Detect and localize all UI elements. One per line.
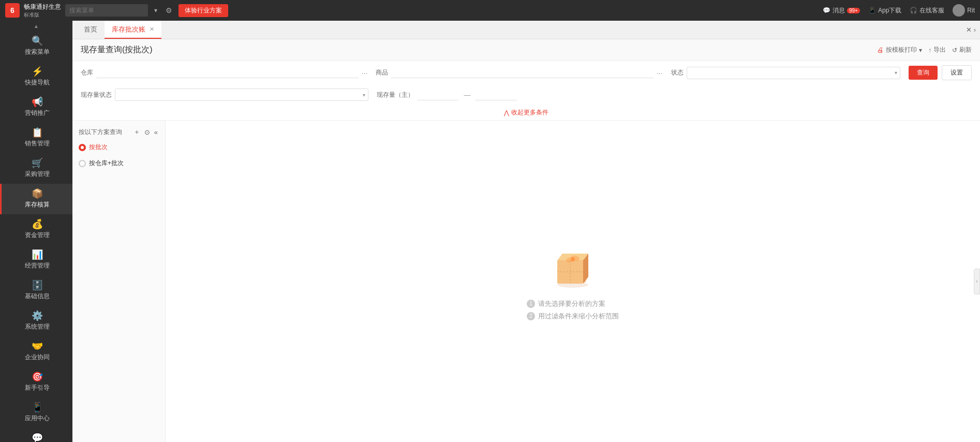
scheme-item-label: 按批次 [89, 143, 108, 152]
chevron-right-icon[interactable]: › [974, 26, 976, 34]
online-service-action[interactable]: 🎧 在线客服 [910, 6, 944, 15]
sidebar-item-newbie[interactable]: 🎯 新手引导 [0, 367, 72, 397]
scheme-item-batch[interactable]: 按批次 [72, 139, 165, 155]
top-header: 6 畅康通好生意 标准版 ▾ ⚙ 体验行业方案 💬 消息 99+ 📱 App下载… [0, 0, 980, 21]
phone-icon: 📱 [32, 403, 43, 412]
sidebar: ▲ 🔍 搜索菜单 ⚡ 快捷导航 📢 营销推广 📋 销售管理 🛒 采购管理 📦 库… [0, 21, 72, 442]
app-download-label: App下载 [878, 6, 901, 15]
sidebar-item-marketing[interactable]: 📢 营销推广 [0, 92, 72, 123]
sidebar-item-label: 经营管理 [25, 261, 50, 270]
sidebar-item-apps[interactable]: 📱 应用中心 [0, 397, 72, 428]
refresh-icon: ↺ [952, 47, 957, 54]
sidebar-item-quick-nav[interactable]: ⚡ 快捷导航 [0, 62, 72, 92]
sidebar-item-label: 营销推广 [25, 109, 50, 117]
scheme-collapse-btn[interactable]: « [153, 128, 159, 137]
collapse-label: 收起更多条件 [511, 108, 548, 117]
app-download-action[interactable]: 📱 App下载 [868, 6, 901, 15]
sidebar-item-label: 库存核算 [25, 200, 50, 209]
product-input[interactable] [391, 67, 654, 78]
brand-name: 畅康通好生意 [24, 3, 61, 11]
handshake-icon: 🤝 [32, 342, 43, 351]
headset-icon: 🎧 [910, 7, 917, 14]
sidebar-item-label: 企业协同 [25, 353, 50, 362]
query-btn[interactable]: 查询 [909, 66, 938, 80]
product-more-icon[interactable]: ··· [657, 69, 663, 77]
dropdown-btn[interactable]: ▾ [152, 6, 159, 15]
sidebar-item-label: 资金管理 [25, 231, 50, 240]
experience-btn[interactable]: 体验行业方案 [179, 4, 228, 17]
lightning-icon: ⚡ [32, 67, 43, 76]
refresh-label: 刷新 [959, 46, 972, 54]
target-icon: 🎯 [32, 372, 43, 381]
scheme-item-warehouse-batch[interactable]: 按仓库+批次 [72, 155, 165, 171]
warehouse-more-icon[interactable]: ··· [362, 69, 368, 77]
sidebar-scroll-up[interactable]: ▲ [0, 21, 72, 31]
export-icon: ↑ [928, 47, 931, 54]
refresh-btn[interactable]: ↺ 刷新 [952, 46, 972, 54]
tab-home[interactable]: 首页 [77, 21, 105, 39]
sidebar-item-label: 快捷导航 [25, 78, 50, 87]
inventory-status-label: 现存量状态 [81, 91, 112, 99]
sidebar-item-label: 应用中心 [25, 414, 50, 423]
scheme-radio-batch [79, 144, 86, 151]
export-btn[interactable]: ↑ 导出 [928, 46, 946, 54]
inventory-qty-min[interactable] [417, 90, 458, 100]
settings-icon: ⚙️ [32, 311, 43, 320]
mobile-icon: 📱 [868, 7, 876, 14]
chat-icon: 💬 [32, 433, 43, 442]
tab-home-label: 首页 [84, 25, 97, 34]
warehouse-input[interactable] [96, 67, 359, 78]
print-dropdown-icon[interactable]: ▾ [919, 47, 922, 54]
sidebar-item-collab[interactable]: 🤝 企业协同 [0, 336, 72, 367]
sidebar-item-sales[interactable]: 📋 销售管理 [0, 123, 72, 153]
username: Rit [967, 7, 975, 14]
status-label: 状态 [671, 68, 684, 77]
printer-icon: 🖨 [877, 46, 884, 54]
page-title-bar: 现存量查询(按批次) 🖨 按模板打印 ▾ ↑ 导出 ↺ 刷新 [72, 39, 980, 61]
sidebar-item-basic[interactable]: 🗄️ 基础信息 [0, 275, 72, 306]
svg-point-7 [571, 257, 575, 261]
close-all-icon[interactable]: ✕ [966, 26, 972, 34]
message-action[interactable]: 💬 消息 99+ [823, 6, 860, 15]
sidebar-item-label: 销售管理 [25, 139, 50, 148]
product-label: 商品 [376, 68, 388, 77]
search-icon: 🔍 [32, 36, 43, 46]
avatar [953, 4, 965, 17]
chevron-up-icon: ⋀ [504, 109, 509, 116]
gear-btn[interactable]: ⚙ [164, 5, 174, 16]
empty-instructions: 1 请先选择要分析的方案 2 用过滤条件来缩小分析范围 [527, 299, 619, 321]
print-label: 按模板打印 [886, 46, 917, 54]
database-icon: 🗄️ [32, 281, 43, 290]
sidebar-item-label: 采购管理 [25, 170, 50, 179]
right-panel-toggle[interactable]: ‹ [974, 269, 980, 294]
sidebar-item-label: 搜索菜单 [25, 48, 50, 56]
tab-inventory-batch[interactable]: 库存批次账 ✕ [105, 21, 161, 39]
sidebar-item-operations[interactable]: 📊 经营管理 [0, 245, 72, 275]
status-select[interactable] [687, 67, 900, 79]
message-label: 消息 [833, 6, 845, 15]
sidebar-item-search[interactable]: 🔍 搜索菜单 [0, 31, 72, 62]
main-data-area: 1 请先选择要分析的方案 2 用过滤条件来缩小分析范围 ‹ [166, 121, 980, 442]
scheme-radio-warehouse [79, 160, 86, 167]
settings-btn[interactable]: 设置 [942, 65, 972, 80]
user-info[interactable]: Rit [953, 4, 975, 17]
sidebar-item-purchase[interactable]: 🛒 采购管理 [0, 153, 72, 184]
sidebar-item-finance[interactable]: 💰 资金管理 [0, 214, 72, 245]
collapse-btn[interactable]: ⋀ 收起更多条件 [72, 105, 980, 120]
print-btn[interactable]: 🖨 按模板打印 ▾ [877, 46, 922, 54]
tab-close-icon[interactable]: ✕ [150, 26, 154, 33]
scheme-settings-btn[interactable]: ⊙ [143, 128, 151, 137]
box-icon: 📦 [32, 189, 43, 198]
chart-icon: 📊 [32, 250, 43, 259]
sidebar-item-label: 系统管理 [25, 322, 50, 331]
sidebar-item-inventory[interactable]: 📦 库存核算 [0, 184, 72, 214]
inventory-status-select[interactable] [115, 89, 368, 101]
cart-icon: 🛒 [32, 158, 43, 168]
inventory-qty-max[interactable] [476, 90, 517, 100]
page-title: 现存量查询(按批次) [81, 45, 153, 55]
dash-separator: — [462, 91, 472, 99]
add-scheme-btn[interactable]: ＋ [132, 127, 141, 137]
search-input[interactable] [65, 4, 148, 17]
sidebar-item-system[interactable]: ⚙️ 系统管理 [0, 306, 72, 336]
sidebar-item-wechat[interactable]: 💬 企业微信 [0, 428, 72, 442]
